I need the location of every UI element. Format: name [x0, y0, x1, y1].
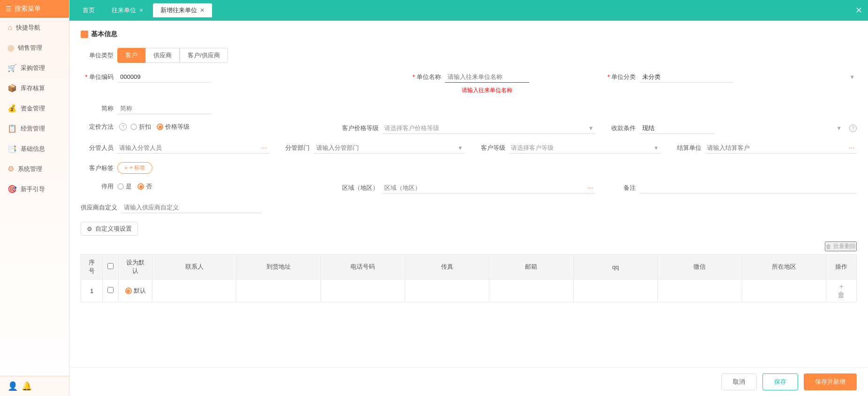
tabbar-close-all[interactable]: ✕: [855, 5, 862, 16]
radio-default[interactable]: 默认: [123, 287, 147, 295]
radio-no[interactable]: 否: [137, 182, 152, 191]
pricing-help-icon[interactable]: ?: [119, 123, 127, 131]
radio-default-btn[interactable]: [125, 287, 132, 294]
customer-level-select[interactable]: 请选择客户等级: [509, 142, 661, 154]
contacts-table: 序号 设为默认 联系人 到货地址 电话号码 传真 邮箱 qq 微信 所在地区 操…: [81, 254, 857, 303]
unit-name-group: 单位名称 请输入往来单位名称: [342, 71, 596, 94]
unit-name-error: 请输入往来单位名称: [462, 87, 512, 93]
sidebar-item-system[interactable]: ⚙ 系统管理: [0, 159, 69, 179]
add-row-btn[interactable]: +: [837, 282, 845, 290]
unit-type-group: 单位类型 客户 供应商 客户/供应商: [81, 48, 857, 63]
unit-name-input[interactable]: [445, 71, 529, 83]
td-phone: [320, 280, 405, 303]
sidebar-item-sales[interactable]: ◎ 销售管理: [0, 38, 69, 58]
department-label: 分管部门: [277, 144, 310, 152]
pricing-radio-group: 折扣 价格等级: [130, 123, 190, 131]
radio-price-level-btn[interactable]: [157, 124, 163, 130]
cancel-button[interactable]: 取消: [721, 373, 757, 390]
phone-input[interactable]: [326, 287, 400, 295]
sidebar-item-finance[interactable]: 💰 资金管理: [0, 98, 69, 118]
manager-input[interactable]: [117, 142, 259, 153]
tab-contacts-close[interactable]: ✕: [139, 7, 144, 14]
manager-group: 分管人员 ···: [81, 142, 269, 154]
settings-icon: ⚙: [87, 225, 92, 233]
td-qq: [573, 280, 658, 303]
contact-input[interactable]: [157, 287, 232, 295]
settlement-unit-input[interactable]: [705, 142, 847, 153]
tab-new-contact[interactable]: 新增往来单位 ✕: [153, 3, 212, 17]
settlement-more-btn[interactable]: ···: [847, 144, 857, 152]
purchase-icon: 🛒: [8, 63, 17, 72]
delete-row-btn[interactable]: 🗑: [836, 291, 847, 299]
payment-help-icon[interactable]: ?: [849, 124, 857, 132]
unit-category-label: 单位分类: [603, 73, 636, 81]
save-button[interactable]: 保存: [762, 373, 798, 390]
radio-yes-btn[interactable]: [117, 183, 124, 190]
customer-tag-row: 客户标签 + + 标签: [81, 162, 857, 174]
department-input[interactable]: [313, 142, 465, 154]
settlement-unit-wrapper: ···: [705, 142, 857, 154]
qq-input[interactable]: [579, 287, 653, 295]
payment-terms-arrow: ▼: [836, 125, 842, 132]
address-input[interactable]: [241, 287, 316, 295]
radio-discount-btn[interactable]: [130, 124, 137, 130]
customer-price-level-select[interactable]: 请选择客户价格等级: [382, 123, 596, 134]
plus-icon: +: [124, 165, 128, 171]
type-btn-customer[interactable]: 客户: [117, 48, 145, 63]
fax-input[interactable]: [410, 287, 485, 295]
row-checkbox[interactable]: [107, 287, 114, 293]
wechat-input[interactable]: [662, 287, 737, 295]
batch-delete-btn[interactable]: 🗑 批量删除: [825, 241, 857, 251]
td-contact: [152, 280, 236, 303]
tab-new-contact-close[interactable]: ✕: [200, 7, 205, 14]
sidebar-item-quick-nav[interactable]: ⌂ 快捷导航: [0, 18, 69, 38]
short-name-group: 简称: [81, 103, 857, 114]
customer-price-level-label: 客户价格等级: [342, 124, 379, 132]
basic-icon: 📑: [8, 144, 17, 153]
region-input[interactable]: [382, 182, 586, 193]
remarks-label: 备注: [603, 184, 636, 192]
th-address: 到货地址: [236, 255, 321, 280]
user-icon[interactable]: 👤: [8, 381, 18, 391]
email-input[interactable]: [494, 287, 569, 295]
radio-price-level[interactable]: 价格等级: [157, 123, 190, 131]
short-name-label: 简称: [81, 104, 114, 113]
manager-more-btn[interactable]: ···: [259, 144, 269, 152]
remarks-group: 备注: [603, 182, 857, 194]
short-name-input[interactable]: [117, 103, 211, 114]
tab-home[interactable]: 首页: [75, 3, 102, 17]
th-qq: qq: [573, 255, 658, 280]
sidebar-item-basic[interactable]: 📑 基础信息: [0, 139, 69, 159]
sidebar-item-guide[interactable]: 🎯 新手引导: [0, 179, 69, 199]
region-group: 区域（地区） ···: [342, 182, 596, 194]
save-new-button[interactable]: 保存并新增: [804, 373, 857, 390]
th-fax: 传真: [405, 255, 489, 280]
custom-settings-btn[interactable]: ⚙ 自定义项设置: [81, 222, 138, 236]
type-btn-supplier[interactable]: 供应商: [145, 48, 180, 63]
add-tag-btn[interactable]: + + 标签: [117, 162, 152, 174]
sidebar-item-inventory[interactable]: 📦 库存核算: [0, 78, 69, 98]
unit-category-input[interactable]: [640, 71, 733, 83]
radio-yes[interactable]: 是: [117, 182, 132, 191]
tab-contacts[interactable]: 往来单位 ✕: [104, 3, 151, 17]
remarks-input[interactable]: [640, 182, 857, 194]
search-menu-btn[interactable]: ☰ 搜索菜单: [0, 0, 69, 18]
type-btn-both[interactable]: 客户/供应商: [180, 48, 228, 63]
row-region-input[interactable]: [747, 287, 822, 295]
payment-terms-input[interactable]: [640, 123, 715, 134]
manager-row: 分管人员 ··· 分管部门 ▼ 客户等级 请选择客户等级: [81, 142, 857, 154]
sidebar-item-purchase[interactable]: 🛒 采购管理: [0, 58, 69, 78]
notification-icon[interactable]: 🔔: [22, 381, 32, 391]
sidebar-item-operations[interactable]: 📋 经营管理: [0, 118, 69, 139]
department-group: 分管部门 ▼: [277, 142, 465, 154]
tabbar: 首页 往来单位 ✕ 新增往来单位 ✕ ✕: [69, 0, 868, 21]
unit-code-input[interactable]: [117, 71, 211, 83]
select-all-checkbox[interactable]: [107, 263, 114, 269]
td-region: [742, 280, 826, 303]
radio-discount[interactable]: 折扣: [130, 123, 151, 131]
supplier-custom-input[interactable]: [121, 202, 262, 213]
region-more-btn[interactable]: ···: [586, 184, 595, 192]
region-label: 区域（地区）: [342, 184, 379, 192]
radio-no-btn[interactable]: [137, 183, 144, 190]
manager-label: 分管人员: [81, 144, 114, 152]
